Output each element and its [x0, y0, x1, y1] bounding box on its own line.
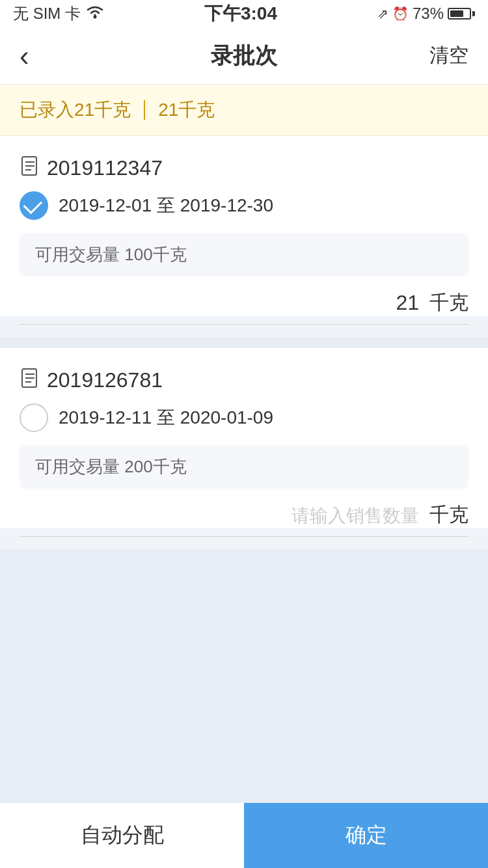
- bottom-bar: 自动分配 确定: [0, 803, 488, 868]
- batch1-quantity-input[interactable]: [289, 291, 419, 315]
- already-entered-label: 已录入21千克: [20, 98, 131, 122]
- section-divider-1: [0, 338, 488, 348]
- batch2-quantity-input[interactable]: [289, 503, 419, 527]
- batch2-doc-icon: [20, 368, 40, 393]
- batch2-trade-volume: 可用交易量 200千克: [20, 445, 468, 489]
- batch1-input-line: [20, 324, 468, 325]
- batch1-trade-volume: 可用交易量 100千克: [20, 233, 468, 277]
- status-bar: 无 SIM 卡 下午3:04 ⇗ ⏰ 73%: [0, 0, 488, 27]
- batch1-quantity-row: 千克: [0, 277, 488, 316]
- summary-value: 21千克: [158, 98, 215, 122]
- sim-label: 无 SIM 卡: [13, 3, 81, 24]
- batch1-card: 2019112347 2019-12-01 至 2019-12-30 可用交易量…: [0, 136, 488, 277]
- batch1-doc-icon: [20, 156, 40, 181]
- location-icon: ⇗: [377, 6, 388, 21]
- batch1-trade-volume-text: 可用交易量 100千克: [35, 245, 187, 264]
- batch1-header: 2019112347: [20, 156, 468, 181]
- summary-banner: 已录入21千克 21千克: [0, 85, 488, 136]
- batch2-radio[interactable]: [20, 403, 48, 432]
- svg-point-0: [94, 16, 97, 19]
- batch2-trade-volume-text: 可用交易量 200千克: [35, 457, 187, 476]
- batch1-date: 2019-12-01 至 2019-12-30: [59, 193, 273, 218]
- batch2-date-row[interactable]: 2019-12-11 至 2020-01-09: [20, 403, 468, 432]
- status-right: ⇗ ⏰ 73%: [377, 5, 475, 23]
- batch2-input-line: [20, 536, 468, 537]
- batch2-number: 2019126781: [47, 368, 163, 392]
- battery-pct: 73%: [413, 5, 444, 23]
- alarm-icon: ⏰: [392, 6, 409, 21]
- page-title: 录批次: [211, 41, 277, 71]
- batch1-radio[interactable]: [20, 191, 48, 220]
- batch1-number: 2019112347: [47, 156, 163, 180]
- clear-button[interactable]: 清空: [429, 42, 468, 69]
- status-left: 无 SIM 卡: [13, 3, 104, 24]
- summary-divider: [144, 100, 145, 120]
- batch2-header: 2019126781: [20, 368, 468, 393]
- batch2-unit: 千克: [429, 502, 468, 528]
- batch1-unit: 千克: [429, 290, 468, 316]
- auto-distribute-button[interactable]: 自动分配: [0, 803, 244, 868]
- status-time: 下午3:04: [204, 1, 277, 26]
- batch2-card: 2019126781 2019-12-11 至 2020-01-09 可用交易量…: [0, 348, 488, 489]
- batch2-date: 2019-12-11 至 2020-01-09: [59, 405, 273, 430]
- nav-bar: ‹ 录批次 清空: [0, 27, 488, 85]
- batch1-date-row[interactable]: 2019-12-01 至 2019-12-30: [20, 191, 468, 220]
- batch2-quantity-row: 千克: [0, 489, 488, 528]
- background-spacer: [0, 550, 488, 823]
- back-button[interactable]: ‹: [20, 40, 29, 72]
- battery-icon: [448, 8, 475, 20]
- confirm-button[interactable]: 确定: [244, 803, 488, 868]
- wifi-icon: [86, 5, 104, 23]
